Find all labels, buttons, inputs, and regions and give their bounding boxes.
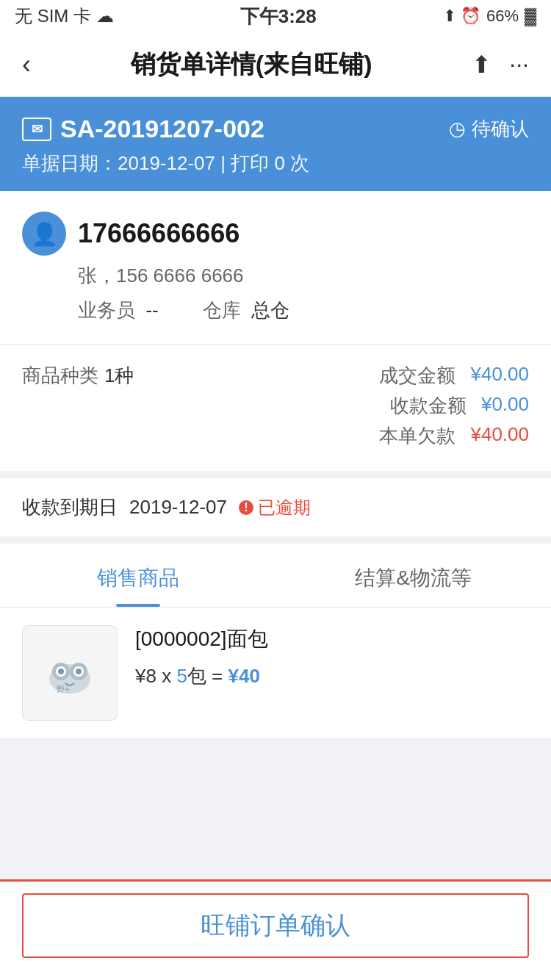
tab-settlement-label: 结算&物流等	[355, 566, 472, 589]
due-date-section: 收款到期日 2019-12-07 ! 已逾期	[0, 478, 551, 544]
status-text: 待确认	[472, 116, 529, 142]
svg-point-6	[76, 669, 82, 674]
page-title: 销货单详情(来自旺铺)	[131, 48, 372, 82]
order-id-text: SA-20191207-002	[60, 115, 264, 143]
tab-sales-products-label: 销售商品	[97, 566, 179, 589]
overdue-text: 已逾期	[258, 496, 311, 519]
owe-label: 本单欠款	[379, 423, 455, 449]
nav-bar: ‹ 销货单详情(来自旺铺) ⬆ ···	[0, 32, 551, 97]
received-label: 收款金额	[390, 393, 467, 419]
price-text: ¥8 x	[135, 665, 176, 687]
svg-text:野+: 野+	[57, 685, 69, 693]
no-sim-text: 无 SIM 卡 ☁	[15, 4, 114, 28]
share-icon[interactable]: ⬆	[472, 51, 491, 79]
order-date: 单据日期：2019-12-07 | 打印 0 次	[22, 151, 529, 176]
amount-label: 成交金额	[379, 363, 455, 389]
received-value: ¥0.00	[481, 393, 529, 419]
warehouse-value: 总仓	[251, 299, 289, 321]
confirm-button[interactable]: 旺铺订单确认	[22, 893, 529, 958]
tabs-section: 销售商品 结算&物流等	[0, 544, 551, 608]
warehouse-label: 仓库 总仓	[203, 298, 289, 323]
sales-value: --	[145, 299, 158, 321]
customer-section: 👤 17666666666 张，156 6666 6666 业务员 -- 仓库 …	[0, 191, 551, 345]
product-name: [0000002]面包	[135, 625, 529, 653]
order-icon: ✉	[22, 118, 51, 141]
battery-icon: ⬆ ⏰	[443, 7, 480, 26]
equals-text: =	[206, 665, 228, 687]
status-right: ⬆ ⏰ 66% ▓	[443, 7, 536, 26]
amount-row-3: 本单欠款 ¥40.00	[379, 423, 529, 449]
order-header: ✉ SA-20191207-002 ◷ 待确认 单据日期：2019-12-07 …	[0, 97, 551, 191]
product-logo-svg: 野+	[40, 651, 99, 695]
customer-row: 👤 17666666666	[22, 212, 529, 256]
order-status: ◷ 待确认	[449, 116, 529, 142]
product-price: ¥8 x 5包 = ¥40	[135, 663, 529, 689]
owe-value: ¥40.00	[470, 423, 529, 449]
avatar: 👤	[22, 212, 66, 256]
customer-meta: 业务员 -- 仓库 总仓	[78, 298, 529, 323]
amount-row-1: 成交金额 ¥40.00	[379, 363, 529, 389]
warehouse-label-text: 仓库	[203, 299, 241, 321]
overdue-icon: !	[239, 500, 253, 515]
status-bar: 无 SIM 卡 ☁ 下午3:28 ⬆ ⏰ 66% ▓	[0, 0, 551, 32]
bottom-action-bar: 旺铺订单确认	[0, 879, 551, 980]
back-button[interactable]: ‹	[22, 49, 31, 80]
product-type-value: 1种	[104, 363, 134, 389]
total-price: ¥40	[228, 665, 259, 687]
customer-sub: 张，156 6666 6666	[78, 263, 529, 289]
avatar-icon: 👤	[31, 221, 58, 247]
qty-text: 5	[176, 665, 187, 687]
sales-label-text: 业务员	[78, 299, 135, 321]
due-date: 2019-12-07	[129, 496, 227, 519]
amount-value: ¥40.00	[470, 363, 529, 389]
amount-row-2: 收款金额 ¥0.00	[379, 393, 529, 419]
due-label: 收款到期日	[22, 494, 118, 520]
battery-level: 66%	[486, 7, 519, 26]
product-image: 野+	[22, 625, 118, 721]
amounts: 成交金额 ¥40.00 收款金额 ¥0.00 本单欠款 ¥40.00	[379, 363, 529, 453]
order-id: ✉ SA-20191207-002	[22, 115, 264, 143]
product-info: [0000002]面包 ¥8 x 5包 = ¥40	[135, 625, 529, 689]
unit-text: 包	[187, 665, 206, 687]
info-grid: 商品种类 1种 成交金额 ¥40.00 收款金额 ¥0.00 本单欠款 ¥40.…	[22, 363, 529, 453]
tab-settlement[interactable]: 结算&物流等	[276, 544, 551, 607]
overdue-badge: ! 已逾期	[239, 496, 311, 519]
nav-actions: ⬆ ···	[472, 51, 529, 79]
battery-shape: ▓	[525, 7, 536, 26]
order-info-section: 商品种类 1种 成交金额 ¥40.00 收款金额 ¥0.00 本单欠款 ¥40.…	[0, 345, 551, 478]
status-clock-icon: ◷	[449, 118, 466, 140]
product-type-label: 商品种类	[22, 363, 98, 389]
customer-name: 17666666666	[78, 218, 240, 249]
product-type: 商品种类 1种	[22, 363, 134, 392]
tab-sales-products[interactable]: 销售商品	[0, 544, 276, 607]
svg-point-5	[58, 669, 64, 674]
sales-label: 业务员 --	[78, 298, 159, 323]
product-item: 野+ [0000002]面包 ¥8 x 5包 = ¥40	[0, 608, 551, 739]
status-left: 无 SIM 卡 ☁	[15, 4, 114, 28]
more-icon[interactable]: ···	[509, 51, 529, 78]
tabs-row: 销售商品 结算&物流等	[0, 544, 551, 607]
status-time: 下午3:28	[240, 4, 317, 29]
